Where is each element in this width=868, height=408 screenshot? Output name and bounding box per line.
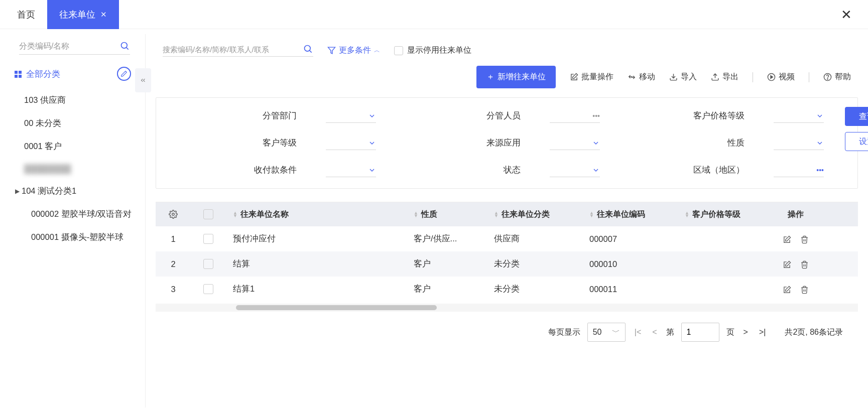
filter-dept-dropdown[interactable] (326, 109, 376, 123)
filter-person-select[interactable]: ••• (550, 109, 600, 123)
sort-icon: ▲▼ (685, 211, 689, 217)
svg-marker-14 (771, 76, 773, 79)
tree-item[interactable]: 103 供应商 (24, 89, 140, 112)
pagination: 每页显示 50 ﹀ |< < 第 页 > >| 共2页, 86条记录 (156, 312, 858, 342)
svg-rect-5 (19, 75, 22, 78)
category-tree: 103 供应商 00 未分类 0001 客户 ████████ ▶ 104 测试… (5, 86, 140, 249)
sidebar-search (19, 41, 130, 55)
filter-status-dropdown[interactable] (550, 163, 600, 177)
tab-active[interactable]: 往来单位 ✕ (47, 0, 119, 29)
video-button[interactable]: 视频 (767, 72, 795, 82)
export-button[interactable]: 导出 (711, 72, 738, 82)
chevron-up-icon: ︿ (374, 46, 380, 55)
last-page-icon[interactable]: >| (757, 328, 768, 337)
sidebar-scrollbar[interactable] (20, 394, 140, 403)
batch-button[interactable]: 批量操作 (570, 72, 613, 82)
tree-item[interactable]: 00 未分类 (24, 112, 140, 135)
filter-source-dropdown[interactable] (550, 136, 600, 150)
row-checkbox[interactable] (203, 234, 213, 244)
cell-code: 000010 (582, 259, 678, 269)
col-nature[interactable]: ▲▼性质 (407, 209, 487, 220)
filter-region-select[interactable]: ••• (774, 163, 824, 177)
next-page-icon[interactable]: > (741, 328, 750, 337)
edit-icon[interactable] (783, 284, 791, 294)
window-close-icon[interactable]: ✕ (841, 7, 852, 23)
sidebar-search-input[interactable] (19, 42, 120, 51)
filter-payment-dropdown[interactable] (326, 163, 376, 177)
cell-nature: 客户 (407, 258, 487, 269)
row-checkbox[interactable] (203, 284, 213, 294)
gear-icon[interactable] (169, 210, 178, 219)
tab-home[interactable]: 首页 (5, 0, 47, 29)
sort-icon: ▲▼ (494, 211, 499, 217)
filter-price-level-dropdown[interactable] (774, 109, 824, 123)
svg-marker-8 (328, 47, 335, 54)
row-checkbox[interactable] (203, 259, 213, 269)
per-page-select[interactable]: 50 ﹀ (587, 323, 626, 342)
filter-customer-level-dropdown[interactable] (326, 136, 376, 150)
cell-code: 000007 (582, 234, 678, 244)
table-scrollbar[interactable] (156, 304, 858, 312)
add-button[interactable]: ＋ 新增往来单位 (476, 66, 556, 88)
separator (809, 72, 809, 82)
import-button[interactable]: 导入 (669, 72, 697, 82)
filter-nature-dropdown[interactable] (774, 136, 824, 150)
plus-icon: ＋ (486, 72, 494, 82)
table-row: 3 结算1 客户 未分类 000011 (156, 277, 858, 302)
all-categories[interactable]: 全部分类 (5, 62, 140, 86)
top-tabs: 首页 往来单位 ✕ ✕ (0, 0, 868, 29)
close-tab-icon[interactable]: ✕ (100, 0, 107, 29)
col-price-level[interactable]: ▲▼客户价格等级 (678, 209, 763, 220)
filter-label: 状态 (400, 165, 526, 176)
checkbox[interactable] (394, 46, 403, 55)
content: 更多条件 ︿ 显示停用往来单位 ＋ 新增往来单位 批量操作 移动 (146, 34, 868, 407)
tree-item-redacted[interactable]: ████████ (24, 158, 140, 180)
show-disabled-checkbox[interactable]: 显示停用往来单位 (394, 45, 471, 56)
filter-label: 来源应用 (400, 138, 526, 149)
search-icon[interactable] (303, 44, 313, 54)
col-code[interactable]: ▲▼往来单位编码 (582, 209, 678, 220)
col-ops: 操作 (763, 209, 828, 220)
delete-icon[interactable] (800, 284, 809, 294)
prev-page-icon[interactable]: < (650, 328, 659, 337)
all-categories-label: 全部分类 (26, 68, 60, 80)
edit-category-button[interactable] (117, 67, 131, 81)
svg-point-16 (827, 79, 828, 79)
cell-nature: 客户/供应... (407, 233, 487, 244)
svg-rect-2 (15, 71, 18, 74)
page-input[interactable] (681, 323, 719, 342)
svg-line-7 (310, 51, 312, 53)
edit-icon[interactable] (783, 234, 791, 243)
filter-label: 区域（地区） (624, 165, 750, 176)
move-button[interactable]: 移动 (628, 72, 655, 82)
tree-item[interactable]: ▶ 104 测试分类1 (24, 180, 140, 203)
cell-category: 供应商 (487, 233, 582, 244)
row-index: 2 (156, 259, 191, 269)
filter-label: 性质 (624, 138, 750, 149)
tree-item[interactable]: 0001 客户 (24, 135, 140, 158)
more-filters-toggle[interactable]: 更多条件 ︿ (327, 45, 380, 56)
delete-icon[interactable] (800, 259, 809, 268)
col-name[interactable]: ▲▼往来单位名称 (226, 209, 407, 220)
main-search-input[interactable] (163, 45, 303, 54)
edit-icon[interactable] (783, 259, 791, 268)
cell-name: 预付冲应付 (226, 233, 407, 244)
sidebar: 全部分类 103 供应商 00 未分类 0001 客户 ████████ ▶ 1… (0, 34, 146, 407)
delete-icon[interactable] (800, 234, 809, 243)
help-button[interactable]: 帮助 (823, 72, 851, 82)
tree-item[interactable]: 000002 塑胶半球/双语音对 (24, 203, 140, 226)
settings-button[interactable]: 设置 (845, 132, 868, 151)
table-row: 1 预付冲应付 客户/供应... 供应商 000007 (156, 226, 858, 251)
svg-point-6 (305, 46, 311, 52)
select-all-checkbox[interactable] (203, 209, 213, 219)
svg-rect-3 (19, 71, 22, 74)
search-icon[interactable] (120, 41, 130, 51)
query-button[interactable]: 查询 (845, 107, 868, 126)
page-word: 页 (726, 327, 734, 338)
cell-code: 000011 (582, 285, 678, 294)
first-page-icon[interactable]: |< (633, 328, 644, 337)
col-category[interactable]: ▲▼往来单位分类 (487, 209, 582, 220)
filter-label: 分管部门 (176, 110, 302, 121)
tree-item[interactable]: 000001 摄像头-塑胶半球 (24, 226, 140, 249)
sort-icon: ▲▼ (233, 211, 237, 217)
